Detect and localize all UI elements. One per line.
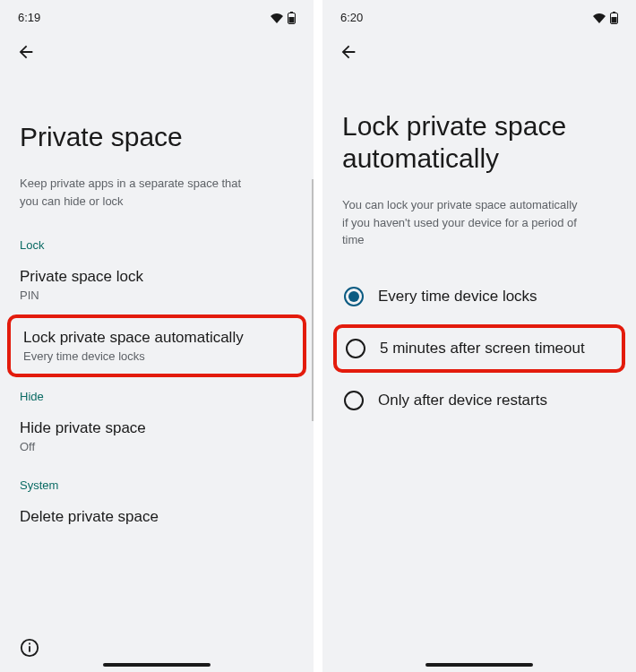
setting-title: Delete private space <box>20 508 294 526</box>
svg-rect-8 <box>612 17 617 23</box>
radio-option-restart[interactable]: Only after device restarts <box>333 378 625 423</box>
section-header-system: System <box>0 466 314 495</box>
setting-private-space-lock[interactable]: Private space lock PIN <box>0 255 314 314</box>
wifi-icon <box>270 13 284 23</box>
nav-handle[interactable] <box>425 663 533 667</box>
radio-option-5-minutes[interactable]: 5 minutes after screen timeout <box>333 324 625 373</box>
setting-sub: PIN <box>20 289 294 302</box>
wifi-icon <box>592 13 606 23</box>
svg-rect-2 <box>289 17 295 23</box>
radio-option-every-lock[interactable]: Every time device locks <box>333 274 625 319</box>
phone-private-space: 6:19 Private space Keep private apps in … <box>0 0 314 672</box>
setting-title: Private space lock <box>20 268 294 286</box>
svg-rect-5 <box>29 643 30 645</box>
radio-button-icon <box>344 391 364 410</box>
setting-title: Hide private space <box>20 419 294 437</box>
setting-lock-automatically[interactable]: Lock private space automatically Every t… <box>7 314 306 377</box>
status-time: 6:20 <box>340 11 363 24</box>
setting-delete-private-space[interactable]: Delete private space <box>0 495 314 538</box>
radio-label: Only after device restarts <box>378 391 547 410</box>
back-button[interactable] <box>339 42 358 67</box>
setting-sub: Every time device locks <box>23 349 290 363</box>
svg-rect-4 <box>29 646 30 651</box>
scrollbar[interactable] <box>312 179 314 421</box>
page-description: Keep private apps in a separate space th… <box>0 169 278 226</box>
battery-icon <box>610 12 618 24</box>
setting-hide-private-space[interactable]: Hide private space Off <box>0 407 314 466</box>
radio-button-icon <box>346 339 365 358</box>
nav-handle[interactable] <box>103 663 211 667</box>
status-bar: 6:19 <box>0 0 314 31</box>
page-description: You can lock your private space automati… <box>322 191 600 265</box>
radio-label: 5 minutes after screen timeout <box>380 339 585 358</box>
status-bar: 6:20 <box>322 0 636 31</box>
page-title: Private space <box>0 67 314 169</box>
phone-lock-automatically: 6:20 Lock private space automatically Yo… <box>322 0 636 672</box>
status-icons <box>270 12 296 24</box>
setting-title: Lock private space automatically <box>23 329 290 347</box>
section-header-lock: Lock <box>0 226 314 255</box>
setting-sub: Off <box>20 440 294 453</box>
radio-list: Every time device locks 5 minutes after … <box>322 265 636 423</box>
status-icons <box>592 12 618 24</box>
radio-button-icon <box>344 287 364 306</box>
section-header-hide: Hide <box>0 377 314 407</box>
status-time: 6:19 <box>18 11 40 24</box>
page-title: Lock private space automatically <box>322 67 636 191</box>
info-icon[interactable] <box>20 638 39 658</box>
back-button[interactable] <box>16 42 36 67</box>
radio-label: Every time device locks <box>378 287 537 306</box>
battery-icon <box>288 12 296 24</box>
